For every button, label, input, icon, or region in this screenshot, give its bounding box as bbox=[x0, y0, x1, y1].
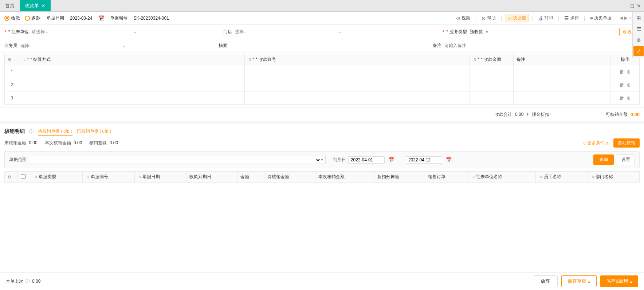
remark-cell-2[interactable] bbox=[514, 78, 610, 91]
close-icon[interactable]: ✕ bbox=[637, 3, 641, 9]
account-cell-3[interactable] bbox=[244, 91, 470, 105]
auto-reconcile-btn[interactable]: 自动核销 bbox=[613, 138, 640, 148]
due-date-label: 到期日 bbox=[333, 157, 346, 163]
nav-prev-icon[interactable]: ◀ bbox=[620, 15, 623, 21]
save-draft-btn[interactable]: 保存草稿 ▴ bbox=[561, 275, 597, 287]
staff-input[interactable] bbox=[19, 42, 121, 49]
right-sidebar: ⊞ ☰ ⊗ ⤢ bbox=[632, 12, 644, 58]
form-row-1: * * 往来单位 ··· 门店 ··· * * 业务类型 预收款 ▾ ⚙ 设置 bbox=[0, 25, 644, 39]
bottom-col-staff: ⇅ 员工名称 bbox=[536, 172, 588, 183]
discount-input[interactable] bbox=[554, 111, 597, 118]
biz-type-value: 预收款 bbox=[470, 29, 483, 35]
reconcile-tab-pending[interactable]: 待核销单据 ( 0筆 ) bbox=[38, 128, 72, 136]
biz-type-chevron[interactable]: ▾ bbox=[486, 30, 488, 35]
shortcut-btn[interactable]: ⊡ 快捷键 bbox=[505, 14, 529, 22]
date-to-input[interactable] bbox=[406, 156, 442, 164]
counterpart-input[interactable] bbox=[30, 28, 132, 35]
sidebar-link-icon[interactable]: ⊗ bbox=[633, 35, 644, 45]
nav-list-icon[interactable]: ≡ bbox=[629, 15, 632, 21]
date-from-input[interactable] bbox=[348, 156, 385, 164]
copy-row-2-icon[interactable]: ⊕ bbox=[627, 82, 631, 88]
date-value[interactable]: 2023-03-24 bbox=[70, 16, 92, 21]
bottom-col-doc-num: ⇅ 单据编号 bbox=[83, 172, 134, 183]
tab-close-icon[interactable]: ✕ bbox=[41, 3, 46, 9]
total-value: 0.00 bbox=[515, 112, 523, 117]
tab-home[interactable]: 首页 bbox=[0, 0, 20, 11]
operate-btn[interactable]: ☰ 操作 bbox=[562, 14, 581, 22]
pending-count: 0筆 bbox=[63, 129, 70, 133]
video-btn[interactable]: ⊙ 视频 bbox=[454, 14, 472, 22]
date-from-icon[interactable]: 📅 bbox=[388, 157, 394, 162]
action-cell-3: 🗑 ⊕ bbox=[610, 91, 640, 105]
store-more-btn[interactable]: ··· bbox=[337, 29, 341, 35]
refund-radio[interactable]: 退款 bbox=[25, 15, 41, 21]
account-cell-1[interactable] bbox=[244, 65, 470, 78]
store-input[interactable] bbox=[233, 28, 335, 35]
settlement-cell-2[interactable] bbox=[19, 78, 245, 91]
done-tab-count-open: ( bbox=[100, 129, 101, 133]
amount-cell-2[interactable] bbox=[470, 78, 514, 91]
operate-icon: ☰ bbox=[564, 15, 569, 21]
reconcile-tab-done[interactable]: 已核销单据 ( 0筆 ) bbox=[77, 128, 111, 136]
receipt-table: ⚙ ⇅ * * 结算方式 ⇅ * * 收款账号 ⇅ * bbox=[4, 54, 640, 105]
settings-icon: ⚙ bbox=[623, 30, 627, 35]
bottom-col-discount: 折扣分摊额 bbox=[374, 172, 425, 183]
section-divider bbox=[0, 121, 644, 124]
biz-type-label: * 业务类型 bbox=[447, 29, 467, 35]
reconcile-info-icon[interactable]: ⓘ bbox=[29, 129, 34, 135]
history-btn[interactable]: ≡ 历史单据 bbox=[588, 14, 614, 22]
footer-info-icon[interactable]: ⓘ bbox=[25, 278, 30, 285]
copy-row-3-icon[interactable]: ⊕ bbox=[627, 95, 631, 101]
help-btn[interactable]: ⊙ 帮助 bbox=[479, 14, 498, 22]
save-new-btn[interactable]: 保存&新增 ▴ bbox=[600, 275, 638, 287]
tab-receipt[interactable]: 收款单 ✕ bbox=[20, 0, 51, 11]
more-filter-btn[interactable]: ▽ 更多条件 ∧ bbox=[583, 140, 609, 146]
bottom-col-doc-type: ⇅ 单据类型 bbox=[31, 172, 83, 183]
save-draft-label: 保存草稿 bbox=[568, 278, 586, 285]
bottom-settings-icon[interactable]: ⚙ bbox=[8, 175, 12, 180]
remark-cell-1[interactable] bbox=[514, 65, 610, 78]
minimize-icon[interactable]: ─ bbox=[624, 3, 628, 9]
stat-diff-value: 0.00 bbox=[110, 140, 118, 145]
footer-prev-label: 本单上次 bbox=[6, 278, 23, 285]
sidebar-list-icon[interactable]: ☰ bbox=[633, 24, 644, 34]
nav-next-icon[interactable]: ▶ bbox=[624, 15, 628, 21]
sidebar-expand-icon[interactable]: ⤢ bbox=[633, 46, 644, 56]
staff-more-btn[interactable]: ··· bbox=[122, 43, 127, 49]
remark-field: 备注 bbox=[433, 42, 640, 49]
bottom-col-due-date: 收款到期日 bbox=[186, 172, 237, 183]
print-label: 打印 bbox=[544, 15, 553, 21]
delete-row-2-icon[interactable]: 🗑 bbox=[619, 82, 624, 88]
reconcile-settings-btn[interactable]: 设置 bbox=[617, 154, 635, 165]
calendar-icon[interactable]: 📅 bbox=[98, 15, 104, 21]
delete-row-1-icon[interactable]: 🗑 bbox=[619, 69, 624, 75]
stat-unpaid-value: 0.00 bbox=[29, 140, 37, 145]
receipt-radio[interactable]: 收款 bbox=[4, 15, 20, 21]
footer: 本单上次 ⓘ 0.00 放弃 保存草稿 ▴ 保存&新增 ▴ bbox=[0, 272, 644, 290]
settlement-cell-3[interactable] bbox=[19, 91, 245, 105]
tab-receipt-label: 收款单 bbox=[25, 3, 39, 9]
summary-input[interactable] bbox=[229, 42, 338, 49]
settlement-cell-1[interactable] bbox=[19, 65, 245, 78]
sidebar-table-icon[interactable]: ⊞ bbox=[633, 13, 644, 23]
query-btn[interactable]: 查询 bbox=[593, 154, 614, 165]
delete-row-3-icon[interactable]: 🗑 bbox=[619, 95, 624, 101]
date-to-icon[interactable]: 📅 bbox=[446, 157, 452, 162]
amount-cell-3[interactable] bbox=[470, 91, 514, 105]
toolbar-row: 收款 退款 单据日期 2023-03-24 📅 单据编号 SK-20230324… bbox=[0, 12, 644, 25]
counterpart-more-btn[interactable]: ··· bbox=[134, 29, 138, 35]
account-cell-2[interactable] bbox=[244, 78, 470, 91]
table-settings-icon[interactable]: ⚙ bbox=[8, 57, 12, 62]
maximize-icon[interactable]: □ bbox=[631, 3, 634, 9]
amount-cell-1[interactable] bbox=[470, 65, 514, 78]
range-select[interactable] bbox=[31, 157, 321, 163]
select-all-checkbox[interactable] bbox=[21, 174, 25, 179]
done-tab-label: 已核销单据 bbox=[77, 129, 99, 134]
abandon-btn[interactable]: 放弃 bbox=[533, 275, 558, 287]
copy-row-1-icon[interactable]: ⊕ bbox=[627, 69, 631, 75]
remark-cell-3[interactable] bbox=[514, 91, 610, 105]
range-select-wrap: ▾ bbox=[29, 156, 326, 164]
remark-input[interactable] bbox=[443, 42, 640, 49]
print-btn[interactable]: 🖨 打印 bbox=[536, 14, 555, 22]
pending-tab-label: 待核销单据 bbox=[38, 129, 60, 134]
